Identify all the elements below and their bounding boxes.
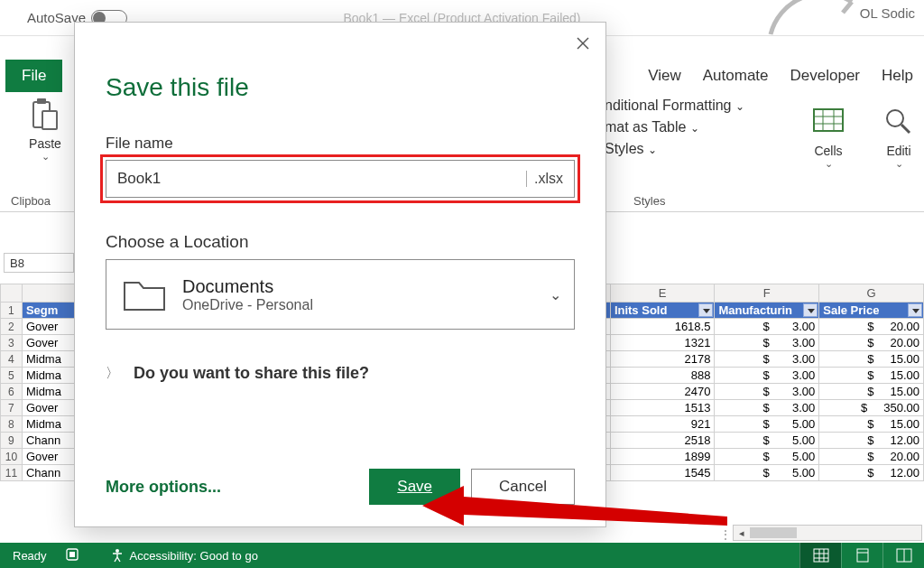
view-page-layout-button[interactable] [841,543,882,568]
share-prompt-text: Do you want to share this file? [134,364,369,383]
table-cell[interactable]: $ 5.00 [715,449,819,465]
svg-line-9 [901,125,910,133]
tab-developer[interactable]: Developer [780,60,872,92]
cancel-button[interactable]: Cancel [471,469,575,505]
table-cell[interactable]: $ 20.00 [819,335,924,351]
conditional-formatting-menu[interactable]: nditional Formatting ⌄ [605,95,744,116]
accessibility-icon [110,548,125,563]
tab-automate[interactable]: Automate [692,60,780,92]
table-cell[interactable]: 1545 [610,465,715,481]
column-header[interactable]: F [715,284,819,303]
paste-button[interactable]: Paste ⌄ [18,98,72,163]
table-cell[interactable]: $ 15.00 [819,416,924,433]
share-icon [753,0,861,36]
table-cell[interactable]: $ 3.00 [715,400,819,416]
table-cell[interactable]: $ 3.00 [715,384,819,400]
row-header[interactable]: 8 [1,416,23,433]
scroll-left-icon[interactable]: ◂ [734,527,750,539]
share-expander[interactable]: 〉 Do you want to share this file? [106,364,605,383]
file-extension-menu[interactable]: .xlsx [526,171,563,187]
table-cell[interactable]: 921 [610,416,715,433]
table-cell[interactable]: $ 20.00 [819,449,924,465]
row-header[interactable]: 7 [1,400,23,416]
table-cell[interactable]: 2518 [610,433,715,449]
column-header[interactable]: E [610,284,715,303]
save-file-dialog: Save this file File name .xlsx Choose a … [74,22,606,527]
row-header[interactable]: 10 [1,449,23,465]
view-normal-button[interactable] [799,543,841,568]
table-cell[interactable]: 888 [610,368,715,384]
table-header-cell[interactable]: Inits Sold [610,303,715,319]
table-cell[interactable]: 1899 [610,449,715,465]
table-cell[interactable]: $ 12.00 [819,433,924,449]
table-cell[interactable]: $ 350.00 [819,400,924,416]
row-header[interactable]: 1 [1,303,23,319]
file-tab[interactable]: File [5,60,62,92]
page-break-icon [896,548,912,563]
svg-point-8 [887,110,903,126]
paste-icon [32,98,59,131]
filter-icon[interactable] [698,303,713,317]
table-cell[interactable]: $ 15.00 [819,368,924,384]
column-header[interactable]: G [819,284,924,303]
editing-button[interactable]: Editi ⌄ [881,104,917,170]
status-ready: Ready [13,549,47,563]
tab-view[interactable]: View [637,60,692,92]
format-as-table-menu[interactable]: mat as Table ⌄ [605,116,744,138]
table-cell[interactable]: $ 3.00 [715,351,819,368]
find-icon [881,104,917,136]
table-cell[interactable]: $ 15.00 [819,384,924,400]
styles-group: nditional Formatting ⌄ mat as Table ⌄ St… [605,95,744,160]
scrollbar-thumb[interactable] [750,527,797,538]
row-header[interactable]: 5 [1,368,23,384]
close-button[interactable] [569,30,596,57]
view-page-break-button[interactable] [882,543,924,568]
table-cell[interactable]: $ 15.00 [819,351,924,368]
table-cell[interactable]: 1513 [610,400,715,416]
name-box[interactable] [4,253,74,273]
save-button[interactable]: Save [369,469,460,505]
dialog-title: Save this file [106,73,605,102]
svg-rect-2 [42,111,57,129]
macro-record-icon[interactable] [65,547,79,564]
table-cell[interactable]: 1321 [610,335,715,351]
table-cell[interactable]: $ 5.00 [715,433,819,449]
table-cell[interactable]: $ 20.00 [819,319,924,335]
table-cell[interactable]: 2178 [610,351,715,368]
table-cell[interactable]: 1618.5 [610,319,715,335]
table-cell[interactable]: 2470 [610,384,715,400]
table-cell[interactable]: $ 5.00 [715,465,819,481]
close-icon [577,37,589,50]
table-header-cell[interactable]: Sale Price [819,303,924,319]
horizontal-scrollbar[interactable]: ◂ [733,525,922,541]
table-cell[interactable]: $ 12.00 [819,465,924,481]
more-options-link[interactable]: More options... [106,478,221,497]
table-cell[interactable]: $ 3.00 [715,335,819,351]
table-header-cell[interactable]: Manufacturin [715,303,819,319]
cell-styles-menu[interactable]: Styles ⌄ [605,138,744,160]
location-picker[interactable]: Documents OneDrive - Personal ⌄ [106,259,575,330]
table-cell[interactable]: $ 5.00 [715,416,819,433]
svg-rect-1 [37,98,46,104]
filter-icon[interactable] [908,303,922,317]
row-header[interactable]: 6 [1,384,23,400]
row-header[interactable]: 2 [1,319,23,335]
row-header[interactable]: 11 [1,465,23,481]
filter-icon[interactable] [803,303,818,317]
row-header[interactable]: 9 [1,433,23,449]
user-name[interactable]: OL Sodic [860,5,915,21]
sheet-tabs-scroll-handle[interactable]: ⋮ [719,527,730,538]
svg-rect-16 [814,549,828,562]
clipboard-group-label: Clipboa [11,194,51,208]
filename-field[interactable]: .xlsx [106,160,575,198]
tab-help[interactable]: Help [871,60,924,92]
status-bar: Ready Accessibility: Good to go [0,543,924,568]
cells-button[interactable]: Cells ⌄ [810,104,846,170]
accessibility-status[interactable]: Accessibility: Good to go [110,548,258,563]
row-header[interactable]: 4 [1,351,23,368]
filename-input[interactable] [117,170,526,188]
table-cell[interactable]: $ 3.00 [715,368,819,384]
table-cell[interactable]: $ 3.00 [715,319,819,335]
row-header[interactable]: 3 [1,335,23,351]
page-layout-icon [855,548,871,563]
